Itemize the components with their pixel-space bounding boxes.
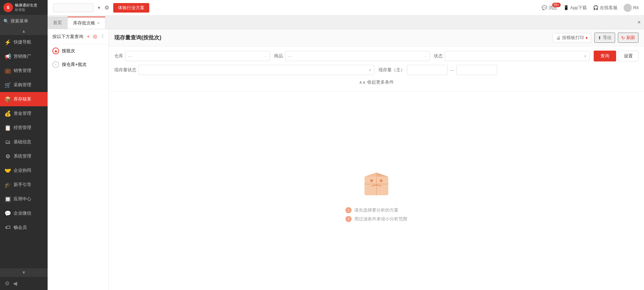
tab-panel-close-btn[interactable]: ×	[634, 16, 644, 29]
sidebar: 6 畅康通好生意 标准版 🔍 搜索菜单 ▲ ⚡ 快捷导航 📢 营销推广 💼 销售…	[0, 0, 48, 290]
topbar-right: 💬 消息 99+ 📱 App下载 🎧 在线客服 Rit	[542, 4, 639, 12]
avatar	[624, 4, 632, 12]
export-icon: ⬆	[598, 35, 601, 40]
scheme-item-by-warehouse-batch[interactable]: ○ 按仓库+批次	[48, 58, 108, 71]
collapse-btn-label: 收起更多条件	[367, 79, 394, 85]
filter-row-1: 仓库 ··· ··· 商品 ··· ···	[114, 51, 639, 61]
scheme-active-icon: ◉	[52, 48, 59, 54]
add-scheme-icon[interactable]: ＋	[86, 33, 91, 40]
tab-home[interactable]: 首页	[48, 17, 68, 29]
hint-num-1: 1	[345, 207, 352, 213]
export-btn[interactable]: ⬆ 导出	[594, 33, 615, 43]
status-filter: 状态 ▾	[434, 51, 590, 61]
sidebar-item-inventory[interactable]: 📦 库存核算	[0, 92, 48, 106]
sidebar-item-marketing[interactable]: 📢 营销推广	[0, 49, 48, 64]
scroll-down-btn[interactable]: ▼	[0, 268, 48, 276]
member-icon: 🏷	[5, 224, 11, 231]
sidebar-item-basics[interactable]: 🗂 基础信息	[0, 135, 48, 149]
tab-batch-account[interactable]: 库存批次账 ×	[68, 17, 105, 29]
phone-icon: 📱	[563, 5, 569, 10]
warehouse-more-icon[interactable]: ···	[263, 54, 267, 59]
search-menu-label: 搜索菜单	[11, 18, 28, 24]
newbie-icon: 🎓	[5, 182, 11, 188]
qty-from-input[interactable]	[407, 65, 448, 75]
collapse-panel-icon[interactable]: 《	[99, 33, 104, 40]
settings-btn[interactable]: 设置	[618, 51, 639, 61]
sidebar-item-member[interactable]: 🏷 畅会员	[0, 220, 48, 235]
inventory-status-select[interactable]: ▾	[138, 65, 374, 75]
main-area: ▾ ⚙ 体验行业方案 💬 消息 99+ 📱 App下载 🎧 在线客服	[48, 0, 644, 290]
scheme-item-by-batch[interactable]: ◉ 按批次	[48, 44, 108, 58]
chevron-up-icon: ∧∧	[359, 80, 366, 85]
system-icon: ⚙	[5, 153, 11, 159]
hint-text-1: 请先选择要分析的方案	[354, 207, 399, 213]
sidebar-item-sales[interactable]: 💼 销售管理	[0, 64, 48, 78]
app-subtitle: 标准版	[15, 7, 37, 12]
refresh-btn[interactable]: ↻ 刷新	[618, 33, 639, 43]
settings-gear-icon[interactable]: ⚙	[5, 280, 10, 287]
sidebar-item-label: 企业协同	[14, 167, 31, 174]
sales-icon: 💼	[5, 68, 11, 74]
hint-item-1: 1 请先选择要分析的方案	[345, 207, 407, 213]
export-btn-label: 导出	[603, 35, 612, 41]
sidebar-item-quick-nav[interactable]: ⚡ 快捷导航	[0, 35, 48, 49]
enterprise-icon: 🤝	[5, 167, 11, 174]
warehouse-filter: 仓库 ··· ···	[114, 51, 270, 61]
apps-icon: 🔲	[5, 196, 11, 202]
sidebar-bottom: ⚙ ◀	[0, 276, 48, 290]
topbar-gear-icon[interactable]: ⚙	[104, 4, 109, 11]
product-input[interactable]: ··· ···	[285, 51, 430, 61]
inventory-status-label: 现存量状态	[114, 67, 136, 73]
content-area: 按以下方案查询 ＋ ◎ 《 ◉ 按批次 ○ 按仓库+批次	[48, 29, 644, 290]
product-filter: 商品 ··· ···	[274, 51, 430, 61]
sidebar-item-operations[interactable]: 📋 经营管理	[0, 121, 48, 135]
qty-to-input[interactable]	[456, 65, 497, 75]
finance-icon: 💰	[5, 110, 11, 116]
collapse-filter-btn[interactable]: ∧∧ 收起更多条件	[357, 77, 396, 87]
purchase-icon: 🛒	[5, 82, 11, 88]
service-icon: 🎧	[593, 5, 598, 10]
empty-illustration	[356, 160, 397, 200]
scheme-settings-icon[interactable]: ◎	[93, 33, 97, 40]
empty-state: 1 请先选择要分析的方案 2 用过滤条件来缩小分析范围	[109, 92, 644, 290]
collapse-sidebar-icon[interactable]: ◀	[13, 280, 17, 287]
scroll-up-btn[interactable]: ▲	[0, 27, 48, 35]
left-panel-actions: ＋ ◎ 《	[86, 33, 104, 40]
sidebar-item-finance[interactable]: 💰 资金管理	[0, 106, 48, 121]
topbar-search-input[interactable]	[53, 3, 94, 12]
experience-btn[interactable]: 体验行业方案	[113, 3, 149, 13]
topbar: ▾ ⚙ 体验行业方案 💬 消息 99+ 📱 App下载 🎧 在线客服	[48, 0, 644, 16]
online-service-label: 在线客服	[600, 5, 617, 11]
sidebar-item-label: 应用中心	[14, 196, 31, 202]
quick-nav-icon: ⚡	[5, 39, 11, 45]
app-download-btn[interactable]: 📱 App下载	[563, 5, 587, 11]
user-menu[interactable]: Rit	[624, 4, 639, 12]
sidebar-item-wechat[interactable]: 💬 企业微信	[0, 206, 48, 220]
online-service-btn[interactable]: 🎧 在线客服	[593, 5, 617, 11]
sidebar-item-newbie[interactable]: 🎓 新手引导	[0, 178, 48, 192]
scheme-inactive-icon: ○	[52, 61, 59, 68]
query-btn[interactable]: 查询	[594, 51, 616, 61]
topbar-dropdown-icon[interactable]: ▾	[98, 5, 100, 10]
print-btn[interactable]: 🖨 按模板打印 ▾	[553, 33, 592, 42]
sidebar-item-purchase[interactable]: 🛒 采购管理	[0, 78, 48, 92]
status-dropdown-icon: ▾	[584, 54, 587, 59]
tab-batch-account-label: 库存批次账	[73, 20, 95, 26]
search-menu[interactable]: 🔍 搜索菜单	[0, 15, 48, 27]
product-more-icon[interactable]: ···	[423, 54, 427, 59]
operations-icon: 📋	[5, 125, 11, 131]
status-select[interactable]: ▾	[445, 51, 590, 61]
message-btn[interactable]: 💬 消息 99+	[542, 5, 557, 11]
scheme-by-batch-label: 按批次	[62, 48, 75, 54]
page-title: 现存量查询(按批次)	[114, 34, 162, 41]
svg-marker-2	[376, 173, 388, 177]
sidebar-item-enterprise[interactable]: 🤝 企业协同	[0, 163, 48, 178]
app-logo: 6	[3, 3, 13, 12]
print-dropdown-icon[interactable]: ▾	[586, 35, 588, 40]
sidebar-item-label: 新手引导	[14, 182, 31, 188]
sidebar-item-system[interactable]: ⚙ 系统管理	[0, 149, 48, 163]
tab-close-icon[interactable]: ×	[97, 21, 100, 25]
sidebar-item-apps[interactable]: 🔲 应用中心	[0, 192, 48, 206]
tab-home-label: 首页	[53, 20, 62, 26]
warehouse-input[interactable]: ··· ···	[125, 51, 270, 61]
